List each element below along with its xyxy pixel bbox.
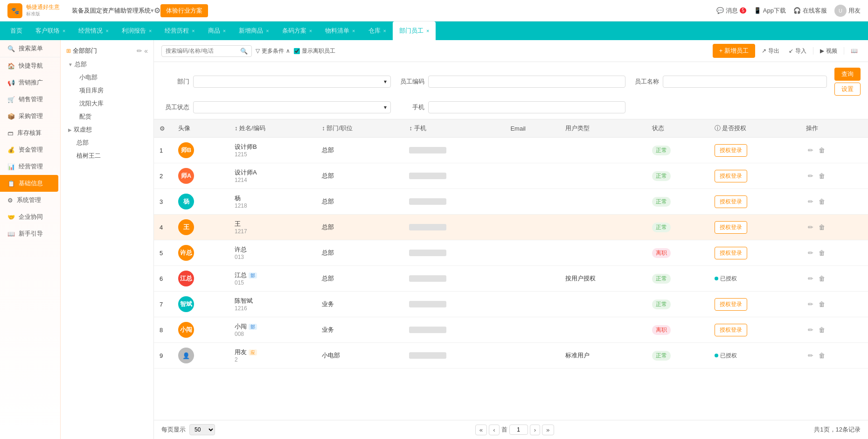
delete-btn[interactable]: 🗑 — [817, 171, 827, 181]
delete-btn[interactable]: 🗑 — [817, 300, 827, 309]
nav-tab-客户联络[interactable]: 客户联络× — [29, 21, 72, 40]
tab-close-icon[interactable]: × — [383, 28, 386, 34]
search-icon-btn[interactable]: 🔍 — [240, 48, 248, 55]
nav-tab-仓库[interactable]: 仓库× — [362, 21, 393, 40]
show-resigned-checkbox[interactable] — [294, 48, 300, 54]
page-size-select[interactable]: 50 100 — [189, 424, 215, 435]
delete-btn[interactable]: 🗑 — [817, 274, 827, 283]
view-btn[interactable]: ▶ 视频 — [817, 45, 840, 57]
auth-login-btn[interactable]: 授权登录 — [715, 144, 747, 157]
sidebar-item-business[interactable]: 📊 经营管理 — [0, 158, 60, 175]
sidebar-item-system[interactable]: ⚙ 系统管理 — [0, 192, 60, 209]
nav-tab-经营情况[interactable]: 经营情况× — [72, 21, 115, 40]
add-employee-btn[interactable]: + 新增员工 — [713, 44, 755, 58]
auth-login-btn[interactable]: 授权登录 — [715, 298, 747, 311]
sidebar-item-quick[interactable]: 🏠 快捷导航 — [0, 57, 60, 74]
settings-btn[interactable]: ⚙ — [154, 6, 160, 15]
dept-collapse-btn[interactable]: « — [144, 47, 148, 55]
col-settings[interactable]: ⚙ — [154, 119, 173, 138]
edit-btn[interactable]: ✏ — [806, 274, 815, 283]
prev-page-btn[interactable]: ‹ — [489, 425, 499, 435]
delete-btn[interactable]: 🗑 — [817, 248, 827, 258]
dept-item-xiangmu[interactable]: 项目库房 — [72, 84, 153, 97]
nav-tab-经营历程[interactable]: 经营历程× — [158, 21, 201, 40]
app-download-btn[interactable]: 📱 App下载 — [754, 7, 786, 15]
sidebar-item-inventory[interactable]: 🗃 库存核算 — [0, 125, 60, 141]
next-page-btn[interactable]: › — [530, 425, 540, 435]
tab-close-icon[interactable]: × — [266, 28, 269, 34]
sidebar-item-marketing[interactable]: 📢 营销推广 — [0, 74, 60, 91]
emp-status-select[interactable]: ▾ — [193, 101, 391, 113]
col-name-code[interactable]: ↕ 姓名/编码 — [229, 119, 316, 138]
edit-btn[interactable]: ✏ — [806, 325, 815, 334]
nav-tab-部门员工[interactable]: 部门员工× — [393, 21, 436, 40]
trial-btn[interactable]: 体验行业方案 — [160, 4, 208, 17]
nav-tab-新增商品[interactable]: 新增商品× — [232, 21, 275, 40]
tab-close-icon[interactable]: × — [192, 28, 194, 34]
delete-btn[interactable]: 🗑 — [817, 351, 827, 360]
tab-close-icon[interactable]: × — [62, 28, 65, 34]
system-title-dropdown[interactable]: ▾ — [151, 7, 154, 14]
edit-btn[interactable]: ✏ — [806, 223, 815, 232]
sidebar-item-basic[interactable]: 📋 基础信息 — [0, 175, 58, 192]
auth-login-btn[interactable]: 授权登录 — [715, 170, 747, 182]
export-btn[interactable]: ↗ 导出 — [759, 45, 782, 57]
auth-login-btn[interactable]: 授权登录 — [715, 324, 747, 336]
phone-input[interactable] — [428, 101, 626, 113]
sidebar-item-guide[interactable]: 📖 新手引导 — [0, 225, 60, 242]
sidebar-item-sales[interactable]: 🛒 销售管理 — [0, 91, 60, 108]
help-btn[interactable]: 📖 — [848, 46, 861, 56]
sidebar-item-finance[interactable]: 💰 资金管理 — [0, 141, 60, 158]
online-service-btn[interactable]: 🎧 在线客服 — [793, 7, 827, 15]
emp-code-input[interactable] — [428, 76, 626, 88]
dept-item-peihuo[interactable]: 配货 — [72, 110, 153, 123]
edit-btn[interactable]: ✏ — [806, 197, 815, 206]
sidebar-item-purchase[interactable]: 📦 采购管理 — [0, 108, 60, 125]
dept-item-zongbu-group[interactable]: ▼ 总部 — [61, 58, 153, 71]
delete-btn[interactable]: 🗑 — [817, 146, 827, 155]
delete-btn[interactable]: 🗑 — [817, 325, 827, 334]
nav-tab-首页[interactable]: 首页 — [4, 21, 29, 40]
search-input[interactable] — [166, 48, 240, 54]
nav-tab-商品[interactable]: 商品× — [201, 21, 232, 40]
last-page-btn[interactable]: » — [542, 425, 554, 435]
edit-btn[interactable]: ✏ — [806, 300, 815, 309]
edit-btn[interactable]: ✏ — [806, 146, 815, 155]
messages-btn[interactable]: 💬 消息 5 — [716, 7, 746, 15]
emp-name-input[interactable] — [663, 76, 827, 88]
delete-btn[interactable]: 🗑 — [817, 223, 827, 232]
delete-btn[interactable]: 🗑 — [817, 197, 827, 206]
dept-filter-select[interactable]: ▾ — [193, 76, 391, 88]
col-phone[interactable]: ↕ 手机 — [403, 119, 505, 138]
dept-item-shenyang[interactable]: 沈阳大库 — [72, 97, 153, 110]
edit-btn[interactable]: ✏ — [806, 171, 815, 181]
tab-close-icon[interactable]: × — [149, 28, 152, 34]
sidebar-item-collab[interactable]: 🤝 企业协同 — [0, 209, 60, 225]
dept-item-shuangxuxiang[interactable]: ▶ 双虚想 — [61, 123, 153, 136]
edit-btn[interactable]: ✏ — [806, 248, 815, 258]
tab-close-icon[interactable]: × — [426, 28, 429, 34]
set-btn[interactable]: 设置 — [834, 83, 861, 96]
auth-login-btn[interactable]: 授权登录 — [715, 221, 747, 234]
first-page-btn[interactable]: « — [475, 425, 487, 435]
import-btn[interactable]: ↙ 导入 — [786, 45, 809, 57]
tab-close-icon[interactable]: × — [105, 28, 108, 34]
more-conditions-btn[interactable]: ▽ 更多条件 ∧ — [256, 47, 290, 55]
dept-edit-btn[interactable]: ✏ — [137, 47, 142, 55]
tab-close-icon[interactable]: × — [309, 28, 312, 34]
page-input[interactable] — [509, 425, 528, 435]
nav-tab-条码方案[interactable]: 条码方案× — [276, 21, 319, 40]
dept-item-xiaodibu[interactable]: 小电部 — [72, 71, 153, 84]
user-menu[interactable]: U 用友 — [834, 5, 861, 17]
dept-item-zhishu[interactable]: 植树王二 — [61, 149, 153, 162]
nav-tab-利润报告[interactable]: 利润报告× — [115, 21, 158, 40]
search-menu-item[interactable]: 🔍 搜索菜单 — [0, 40, 60, 57]
query-btn[interactable]: 查询 — [834, 68, 861, 81]
dept-item-zongbu[interactable]: 总部 — [61, 136, 153, 149]
tab-close-icon[interactable]: × — [223, 28, 226, 34]
edit-btn[interactable]: ✏ — [806, 351, 815, 360]
show-resigned-label[interactable]: 显示离职员工 — [294, 47, 335, 55]
nav-tab-物料清单[interactable]: 物料清单× — [319, 21, 361, 40]
col-dept[interactable]: ↕ 部门/职位 — [316, 119, 403, 138]
tab-close-icon[interactable]: × — [352, 28, 355, 34]
